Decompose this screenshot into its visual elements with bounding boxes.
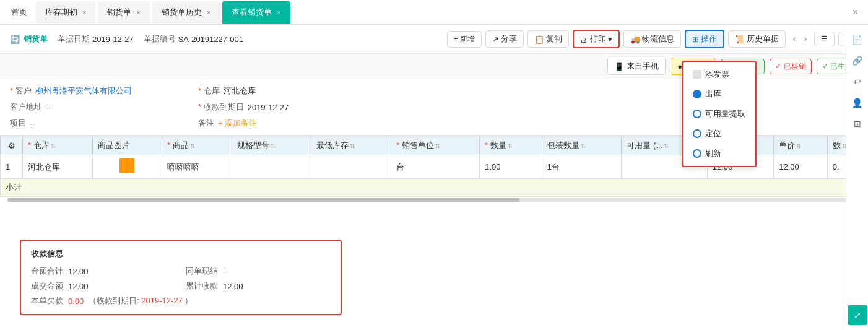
available-extract-label: 可用量提取 xyxy=(705,108,745,119)
tab-view-sales[interactable]: 查看销货单 × xyxy=(222,1,290,24)
cell-product: 嘻嘻嘻嘻 xyxy=(162,155,232,179)
subtotal-label: 小计 xyxy=(1,179,868,197)
tab-sales-order-close[interactable]: × xyxy=(136,9,140,16)
th-unit-price: 单价⇅ xyxy=(774,136,827,155)
payment-transaction-value: 12.00 xyxy=(68,282,89,291)
next-arrow[interactable]: › xyxy=(801,32,810,46)
product-image-icon xyxy=(119,158,134,173)
sidebar-expand-button[interactable]: ⤢ xyxy=(848,305,867,325)
table-scrollbar[interactable] xyxy=(0,197,868,203)
history-label: 历史单据 xyxy=(747,33,779,45)
history-button[interactable]: 📜 历史单据 xyxy=(728,30,786,48)
operations-label: 操作 xyxy=(701,33,717,45)
cell-quantity: 1.00 xyxy=(480,155,542,179)
from-phone-button[interactable]: 📱 来自手机 xyxy=(607,58,666,75)
tab-home[interactable]: 首页 xyxy=(5,3,33,22)
cell-min-stock xyxy=(311,155,391,179)
cell-unit-price: 12.00 xyxy=(774,155,827,179)
warehouse-label: 仓库 xyxy=(198,85,220,97)
dropdown-locate[interactable]: 定位 xyxy=(683,124,755,144)
sidebar-user-button[interactable]: 👤 xyxy=(848,93,867,113)
dropdown-available-extract[interactable]: 可用量提取 xyxy=(683,104,755,124)
warehouse-field: 仓库 河北仓库 xyxy=(198,85,371,97)
th-product: 商品⇅ xyxy=(162,136,232,155)
th-gear: ⚙ xyxy=(1,136,23,155)
payment-total-label: 金额合计 xyxy=(31,266,63,277)
project-value: -- xyxy=(30,119,35,128)
address-field: 客户地址 -- xyxy=(10,102,183,113)
payment-grid: 金额合计 12.00 同单现结 -- 成交金额 12.00 累计收款 12.00 xyxy=(31,266,331,306)
doc-meta: 单据日期 2019-12-27 单据编号 SA-20191227-001 xyxy=(58,33,243,45)
add-notes-label: 添加备注 xyxy=(225,118,257,129)
payment-current-due-value: 0.00 xyxy=(68,297,84,306)
new-button[interactable]: + 新增 xyxy=(447,31,482,48)
copy-icon: 📋 xyxy=(534,35,544,44)
tab-sales-history-close[interactable]: × xyxy=(207,9,210,16)
share-button[interactable]: ↗ 分享 xyxy=(485,30,524,48)
th-image: 商品图片 xyxy=(92,136,162,155)
subtotal-row: 小计 xyxy=(1,179,868,197)
customer-field: 客户 柳州粤港平安气体有限公司 xyxy=(10,85,183,97)
dropdown-outbound[interactable]: 出库 xyxy=(683,84,755,104)
th-spec: 规格型号⇅ xyxy=(232,136,311,155)
doc-header: 🔄 销货单 单据日期 2019-12-27 单据编号 SA-20191227-0… xyxy=(0,25,868,54)
logistics-button[interactable]: 🚚 物流信息 xyxy=(623,30,681,48)
add-invoice-label: 添发票 xyxy=(705,69,729,80)
doc-date-value: 2019-12-27 xyxy=(92,35,134,44)
locate-label: 定位 xyxy=(705,128,721,139)
sidebar-doc-button[interactable]: 📄 xyxy=(848,30,867,50)
project-label: 项目 xyxy=(10,118,26,129)
dropdown-refresh[interactable]: 刷新 xyxy=(683,144,755,163)
operations-icon: ⊞ xyxy=(692,35,699,44)
payment-transaction-row: 成交金额 12.00 xyxy=(31,280,176,292)
cell-pack-qty: 1台 xyxy=(542,155,622,179)
history-icon: 📜 xyxy=(735,35,745,44)
tab-inventory-init[interactable]: 库存期初 × xyxy=(36,1,95,24)
doc-icon: 🔄 xyxy=(10,35,20,44)
doc-date-field: 单据日期 2019-12-27 xyxy=(58,33,134,45)
due-date-field: 收款到期日 2019-12-27 xyxy=(198,102,371,113)
warehouse-value: 河北仓库 xyxy=(224,85,256,97)
operations-button[interactable]: ⊞ 操作 xyxy=(685,30,724,48)
due-date-value: 2019-12-27 xyxy=(248,103,289,112)
window-close-button[interactable]: × xyxy=(848,4,863,20)
tab-sales-order[interactable]: 销货单 × xyxy=(98,1,149,24)
payment-cumulative-label: 累计收款 xyxy=(186,280,218,292)
payment-due-row: 本单欠款 0.00 （收款到期日: 2019-12-27 ） xyxy=(31,295,331,306)
available-extract-icon xyxy=(693,110,701,118)
copy-button[interactable]: 📋 复制 xyxy=(527,30,569,48)
payment-transaction-label: 成交金额 xyxy=(31,280,63,292)
print-button[interactable]: 🖨 打印 ▾ xyxy=(573,30,620,48)
share-icon: ↗ xyxy=(492,35,499,44)
sidebar-grid-button[interactable]: ⊞ xyxy=(848,114,867,134)
phone-icon: 📱 xyxy=(614,62,624,71)
phone-label: 来自手机 xyxy=(627,61,659,72)
tab-view-sales-close[interactable]: × xyxy=(277,9,280,16)
add-notes-button[interactable]: + 添加备注 xyxy=(218,118,257,129)
payment-same-order-label: 同单现结 xyxy=(186,266,218,277)
customer-value[interactable]: 柳州粤港平安气体有限公司 xyxy=(35,85,132,97)
nav-arrows: ‹ › xyxy=(789,32,810,46)
status-cancel-button[interactable]: ✓ 已核销 xyxy=(770,59,811,74)
th-min-stock: 最低库存⇅ xyxy=(311,136,391,155)
payment-current-due-label: 本单欠款 xyxy=(31,295,63,306)
payment-total-value: 12.00 xyxy=(68,267,89,276)
print-dropdown-icon: ▾ xyxy=(608,35,612,44)
sidebar-return-button[interactable]: ↩ xyxy=(848,72,867,92)
tab-inventory-init-close[interactable]: × xyxy=(82,9,86,16)
sidebar-link-button[interactable]: 🔗 xyxy=(848,51,867,71)
share-label: 分享 xyxy=(501,33,517,45)
tab-sales-history[interactable]: 销货单历史 × xyxy=(152,1,220,24)
dropdown-add-invoice[interactable]: 添发票 xyxy=(683,64,755,84)
view-toggle-list[interactable]: ☰ xyxy=(814,32,835,46)
th-pack-qty: 包装数量⇅ xyxy=(542,136,622,155)
payment-section: 收款信息 金额合计 12.00 同单现结 -- 成交金额 12.00 累计收款 … xyxy=(20,240,342,315)
tab-inventory-init-label: 库存期初 xyxy=(45,7,77,18)
notes-field: 备注 + 添加备注 xyxy=(198,118,371,129)
customer-label: 客户 xyxy=(10,85,32,97)
address-value: -- xyxy=(46,103,51,112)
due-date-label: 收款到期日 xyxy=(198,102,244,113)
prev-arrow[interactable]: ‹ xyxy=(789,32,799,46)
tab-sales-history-label: 销货单历史 xyxy=(162,7,202,18)
invoice-icon xyxy=(693,70,701,79)
